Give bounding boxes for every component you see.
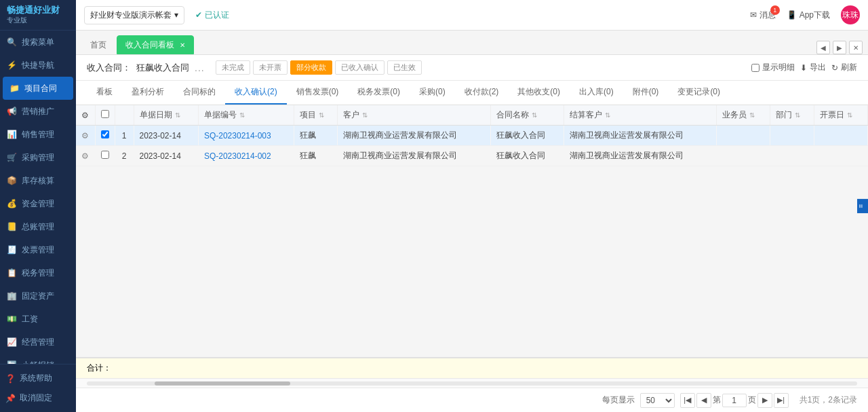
sidebar-item-11[interactable]: 🏢固定资产	[0, 284, 76, 307]
th-id[interactable]: 单据编号⇅	[198, 105, 294, 126]
sidebar-item-6[interactable]: 📦库存核算	[0, 169, 76, 192]
sub-tab-2[interactable]: 合同标的	[174, 81, 225, 105]
avatar[interactable]: 珠珠	[841, 5, 860, 24]
sort-icon-settle_customer[interactable]: ⇅	[605, 111, 610, 119]
nav-icon-14: 🔄	[5, 359, 18, 364]
row-checkbox-1[interactable]	[101, 151, 109, 159]
status-btn-1[interactable]: 未开票	[253, 60, 288, 75]
table-row[interactable]: ⚙22023-02-14SQ-20230214-002狂飙湖南卫视商业运营发展有…	[76, 146, 868, 166]
th-date[interactable]: 单据日期⇅	[134, 105, 198, 126]
sub-tab-9[interactable]: 出入库(0)	[570, 81, 623, 105]
content-area: 收入合同： 狂飙收入合同 ... 未完成未开票部分收款已收入确认已生效 显示明细…	[76, 55, 868, 412]
sidebar-item-0[interactable]: 🔍搜索菜单	[0, 31, 76, 54]
sort-icon-customer[interactable]: ⇅	[362, 111, 368, 119]
row-checkbox-0[interactable]	[101, 130, 109, 138]
nav-label-13: 经营管理	[22, 337, 54, 348]
sidebar-item-13[interactable]: 📈经营管理	[0, 331, 76, 354]
scrollbar-track[interactable]	[87, 381, 857, 386]
row-settings-icon[interactable]: ⚙	[81, 131, 89, 141]
sub-tab-11[interactable]: 变更记录(0)	[668, 81, 730, 105]
sidebar-bottom-item-1[interactable]: 📌取消固定	[0, 388, 76, 408]
th-contract_name[interactable]: 合同名称⇅	[490, 105, 564, 126]
status-btn-0[interactable]: 未完成	[216, 60, 250, 75]
sidebar-item-5[interactable]: 🛒采购管理	[0, 146, 76, 169]
right-panel[interactable]: ≡	[857, 199, 868, 214]
sidebar-item-10[interactable]: 📋税务管理	[0, 261, 76, 284]
sidebar-item-8[interactable]: 📒总账管理	[0, 215, 76, 238]
th-project[interactable]: 项目⇅	[294, 105, 338, 126]
sub-tab-4[interactable]: 销售发票(0)	[287, 81, 349, 105]
horizontal-scrollbar[interactable]	[76, 378, 868, 388]
nav-icon-9: 🧾	[5, 244, 18, 256]
sort-icon-project[interactable]: ⇅	[319, 111, 324, 119]
tab-contract-board[interactable]: 收入合同看板✕	[117, 35, 194, 54]
scrollbar-thumb[interactable]	[155, 381, 290, 386]
company-selector[interactable]: 好业财专业版演示帐套 ▾	[84, 6, 184, 24]
sub-tab-0[interactable]: 看板	[87, 81, 122, 105]
status-btn-4[interactable]: 已生效	[387, 60, 422, 75]
sort-icon-billing_date[interactable]: ⇅	[847, 111, 852, 119]
prev-page-btn[interactable]: ◀	[696, 393, 711, 408]
sidebar-item-12[interactable]: 💵工资	[0, 307, 76, 331]
refresh-button[interactable]: ↻ 刷新	[831, 62, 857, 73]
sidebar-item-9[interactable]: 🧾发票管理	[0, 238, 76, 261]
row-settings-icon[interactable]: ⚙	[81, 151, 89, 161]
sidebar-item-4[interactable]: 📊销售管理	[0, 123, 76, 146]
tab-nav-next[interactable]: ▶	[833, 41, 846, 54]
sidebar-item-14[interactable]: 🔄小畅报销	[0, 354, 76, 364]
page-input[interactable]	[722, 394, 747, 407]
export-label: 导出	[810, 62, 826, 73]
status-btn-3[interactable]: 已收入确认	[335, 60, 384, 75]
show-detail-checkbox[interactable]	[751, 64, 760, 72]
th-salesperson[interactable]: 业务员⇅	[717, 105, 770, 126]
table-row[interactable]: ⚙12023-02-14SQ-20230214-003狂飙湖南卫视商业运营发展有…	[76, 126, 868, 146]
sidebar-item-3[interactable]: 📢营销推广	[0, 100, 76, 123]
sidebar-bottom-item-0[interactable]: ❓系统帮助	[0, 369, 76, 388]
app-download-button[interactable]: 📱 App下载	[787, 10, 830, 21]
sub-tab-6[interactable]: 采购(0)	[410, 81, 455, 105]
th-dept[interactable]: 部门⇅	[770, 105, 814, 126]
sub-tab-1[interactable]: 盈利分析	[122, 81, 174, 105]
sub-tab-5[interactable]: 税务发票(0)	[348, 81, 410, 105]
sort-icon-contract_name[interactable]: ⇅	[532, 111, 537, 119]
next-page-btn[interactable]: ▶	[757, 393, 772, 408]
sort-icon-salesperson[interactable]: ⇅	[749, 111, 755, 119]
refresh-icon: ↻	[831, 63, 838, 73]
sidebar-bottom: ❓系统帮助📌取消固定	[0, 364, 76, 412]
more-button[interactable]: ...	[195, 62, 205, 73]
sort-icon-dept[interactable]: ⇅	[795, 111, 800, 119]
sub-tab-8[interactable]: 其他收支(0)	[508, 81, 570, 105]
tab-close-icon[interactable]: ✕	[180, 41, 185, 49]
sort-icon-date[interactable]: ⇅	[175, 111, 180, 119]
per-page-select[interactable]: 50 100 200	[640, 393, 675, 408]
row-id-1[interactable]: SQ-20230214-002	[204, 151, 271, 161]
first-page-btn[interactable]: |◀	[680, 393, 695, 408]
tab-home[interactable]: 首页	[81, 35, 115, 54]
show-detail-toggle[interactable]: 显示明细	[751, 62, 795, 73]
tab-label: 收入合同看板	[125, 39, 174, 51]
show-detail-label: 显示明细	[762, 62, 795, 73]
th-settle_customer[interactable]: 结算客户⇅	[564, 105, 716, 126]
nav-icon-10: 📋	[5, 267, 18, 279]
message-button[interactable]: ✉ 消息 1	[750, 10, 776, 21]
th-customer[interactable]: 客户⇅	[338, 105, 490, 126]
sidebar-item-7[interactable]: 💰资金管理	[0, 192, 76, 215]
sub-tab-7[interactable]: 收付款(2)	[455, 81, 509, 105]
th-checkbox	[95, 105, 115, 126]
nav-label-3: 营销推广	[22, 106, 54, 117]
status-btn-2[interactable]: 部分收款	[290, 60, 332, 75]
sort-icon-id[interactable]: ⇅	[239, 111, 245, 119]
tab-nav-prev[interactable]: ◀	[816, 41, 830, 54]
row-id-0[interactable]: SQ-20230214-003	[204, 131, 271, 141]
last-page-btn[interactable]: ▶|	[774, 393, 789, 408]
sub-tab-10[interactable]: 附件(0)	[623, 81, 669, 105]
row-settle-0: 湖南卫视商业运营发展有限公司	[570, 130, 684, 140]
sidebar-item-1[interactable]: ⚡快捷导航	[0, 54, 76, 77]
sub-tab-3[interactable]: 收入确认(2)	[225, 81, 287, 105]
settings-gear-icon[interactable]: ⚙	[81, 111, 89, 120]
tab-close[interactable]: ✕	[849, 41, 863, 54]
export-button[interactable]: ⬇ 导出	[800, 62, 826, 73]
sidebar-item-2[interactable]: 📁项目合同	[3, 77, 73, 100]
select-all-checkbox[interactable]	[101, 110, 109, 118]
th-billing_date[interactable]: 开票日⇅	[814, 105, 867, 126]
